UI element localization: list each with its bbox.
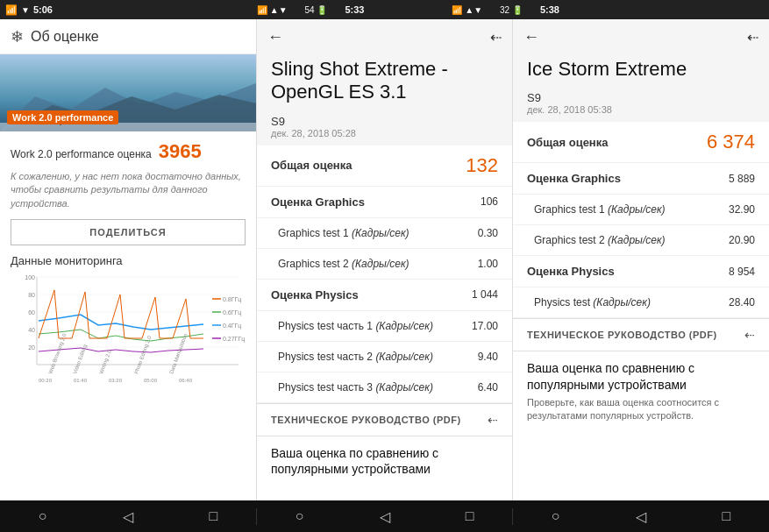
result-row-p2-1: Graphics test 1 (Кадры/сек) 0.30 (257, 218, 512, 249)
nav-home-p1[interactable]: ○ (25, 508, 61, 525)
svg-text:20: 20 (28, 344, 35, 351)
device-name-p3: S9 (527, 91, 755, 104)
back-button-p2[interactable]: ← (267, 28, 283, 46)
panels-container: ❄ Об оценке Work 2.0 performance (0, 19, 769, 500)
row-value-p2-6: 6.40 (478, 381, 498, 394)
time-p1: 5:06 (33, 4, 53, 15)
pdf-share-icon-p2[interactable]: ⇠ (488, 413, 498, 427)
status-bar: 📶 ▼ 5:06 📶 ▲▼ 54 🔋 5:33 📶 ▲▼ 32 🔋 5:38 (0, 0, 769, 19)
result-row-p2-3: Оценка Physics 1 044 (257, 280, 512, 311)
results-table-p3: Общая оценка 6 374 Оценка Graphics 5 889… (513, 122, 769, 500)
result-row-p3-3: Оценка Physics 8 954 (513, 256, 769, 287)
nav-home-p3[interactable]: ○ (538, 508, 573, 525)
row-label-p2-3: Оценка Physics (271, 288, 359, 301)
result-row-p2-2: Graphics test 2 (Кадры/сек) 1.00 (257, 249, 512, 280)
row-value-p3-4: 28.40 (729, 296, 755, 309)
time-p3: 5:38 (540, 4, 559, 15)
snowflake-icon: ❄ (11, 27, 24, 46)
row-value-p3-0: 5 889 (729, 173, 755, 185)
nav-square-p1[interactable]: □ (196, 508, 231, 525)
panel2-device-info: S9 дек. 28, 2018 05:28 (257, 111, 512, 145)
nav-back-p3[interactable]: ◁ (623, 508, 659, 525)
row-value-p2-2: 1.00 (478, 258, 498, 270)
svg-text:40: 40 (28, 327, 35, 333)
row-label-p3-4: Physics test (Кадры/сек) (534, 296, 651, 309)
svg-text:0.27ГГц: 0.27ГГц (223, 336, 245, 343)
row-value-p2-1: 0.30 (478, 227, 498, 239)
share-button-p2[interactable]: ⇠ (490, 29, 502, 46)
back-button-p3[interactable]: ← (523, 28, 539, 46)
hero-image: Work 2.0 performance (0, 54, 256, 131)
monitor-chart: 100 80 60 40 20 0.8ГГц 0.6ГГц 0.4ГГц 0.2… (11, 273, 246, 387)
nav-square-p2[interactable]: □ (452, 508, 488, 525)
svg-text:05:00: 05:00 (144, 378, 158, 383)
overall-value-p3: 6 374 (707, 131, 755, 153)
row-label-p2-0: Оценка Graphics (271, 195, 365, 209)
nav-square-p3[interactable]: □ (708, 508, 744, 525)
result-row-p2-6: Physics test часть 3 (Кадры/сек) 6.40 (257, 372, 512, 403)
svg-text:00:20: 00:20 (39, 378, 53, 383)
panel3-device-info: S9 дек. 28, 2018 05:38 (513, 88, 769, 122)
row-value-p3-2: 20.90 (729, 234, 755, 246)
monitor-label: Данные мониторинга (11, 254, 246, 267)
result-row-p3-2: Graphics test 2 (Кадры/сек) 20.90 (513, 225, 769, 256)
score-value: 3965 (159, 140, 202, 163)
battery-p3: 32 🔋 (500, 5, 523, 15)
hero-label: Work 2.0 performance (7, 110, 118, 124)
pdf-row-p3[interactable]: ТЕХНИЧЕСКОЕ РУКОВОДСТВО (PDF) ⇠ (513, 318, 769, 351)
chart-container: 100 80 60 40 20 0.8ГГц 0.6ГГц 0.4ГГц 0.2… (11, 273, 246, 387)
wifi-icon: 📶 (5, 4, 18, 16)
row-value-p3-1: 32.90 (729, 203, 755, 216)
panel3-header: ← ⇠ (513, 19, 769, 54)
overall-value-p2: 132 (466, 154, 498, 177)
compare-desc-p3: Проверьте, как ваша оценка соотносится с… (527, 396, 755, 423)
result-row-p2-0: Оценка Graphics 106 (257, 187, 512, 218)
overall-row-p3: Общая оценка 6 374 (513, 122, 769, 163)
nav-bar: ○ ◁ □ ○ ◁ □ ○ ◁ □ (0, 500, 769, 532)
row-value-p3-3: 8 954 (729, 266, 755, 278)
overall-label-p2: Общая оценка (271, 159, 352, 172)
notification-icon: ▼ (21, 5, 30, 15)
row-label-p2-2: Graphics test 2 (Кадры/сек) (278, 258, 409, 270)
svg-text:06:40: 06:40 (179, 378, 193, 383)
compare-section-p2: Ваша оценка по сравнению с популярными у… (257, 436, 512, 489)
nav-back-p1[interactable]: ◁ (110, 508, 146, 525)
svg-text:Data Manipulation: Data Manipulation (168, 333, 188, 375)
row-label-p2-5: Physics test часть 2 (Кадры/сек) (278, 351, 433, 363)
app-bar-title: Об оценке (31, 29, 99, 45)
svg-text:0.4ГГц: 0.4ГГц (223, 323, 241, 330)
svg-text:Web Browsing 2.0: Web Browsing 2.0 (47, 332, 67, 374)
score-row: Work 2.0 performance оценка 3965 (11, 140, 246, 163)
status-left: 📶 ▼ 5:06 (5, 4, 53, 16)
panel2-title: Sling Shot Extreme - OpenGL ES 3.1 (257, 54, 512, 111)
row-value-p2-5: 9.40 (478, 351, 498, 363)
status-center: 📶 ▲▼ 54 🔋 5:33 📶 ▲▼ 32 🔋 5:38 (53, 4, 764, 15)
pdf-row-p2[interactable]: ТЕХНИЧЕСКОЕ РУКОВОДСТВО (PDF) ⇠ (257, 403, 512, 436)
pdf-label-p3: ТЕХНИЧЕСКОЕ РУКОВОДСТВО (PDF) (527, 330, 717, 340)
score-desc: К сожалению, у нас нет пока достаточно д… (11, 170, 246, 210)
pdf-share-icon-p3[interactable]: ⇠ (744, 328, 755, 342)
share-button-p3[interactable]: ⇠ (747, 29, 758, 46)
overall-label-p3: Общая оценка (527, 136, 608, 149)
nav-back-p2[interactable]: ◁ (367, 508, 402, 525)
battery-p2: 54 🔋 (305, 5, 328, 15)
device-name-p2: S9 (271, 115, 498, 128)
device-date-p2: дек. 28, 2018 05:28 (271, 128, 498, 138)
compare-section-p3: Ваша оценка по сравнению с популярными у… (513, 351, 769, 431)
status-icons-p2: 📶 ▲▼ (257, 5, 288, 15)
svg-text:100: 100 (25, 274, 35, 280)
svg-text:Writing 2.0: Writing 2.0 (98, 349, 112, 375)
result-row-p3-1: Graphics test 1 (Кадры/сек) 32.90 (513, 195, 769, 225)
share-button[interactable]: ПОДЕЛИТЬСЯ (11, 219, 246, 245)
pdf-label-p2: ТЕХНИЧЕСКОЕ РУКОВОДСТВО (PDF) (271, 415, 461, 425)
row-value-p2-4: 17.00 (472, 320, 498, 332)
result-row-p3-4: Physics test (Кадры/сек) 28.40 (513, 287, 769, 318)
svg-text:0.6ГГц: 0.6ГГц (223, 309, 241, 316)
time-p2: 5:33 (345, 4, 364, 15)
nav-home-p2[interactable]: ○ (282, 508, 317, 525)
row-label-p3-3: Оценка Physics (527, 265, 615, 278)
compare-title-p2: Ваша оценка по сравнению с популярными у… (271, 445, 498, 477)
panel3-title: Ice Storm Extreme (513, 54, 769, 88)
row-label-p2-6: Physics test часть 3 (Кадры/сек) (278, 381, 433, 394)
status-icons-p3: 📶 ▲▼ (452, 5, 482, 15)
